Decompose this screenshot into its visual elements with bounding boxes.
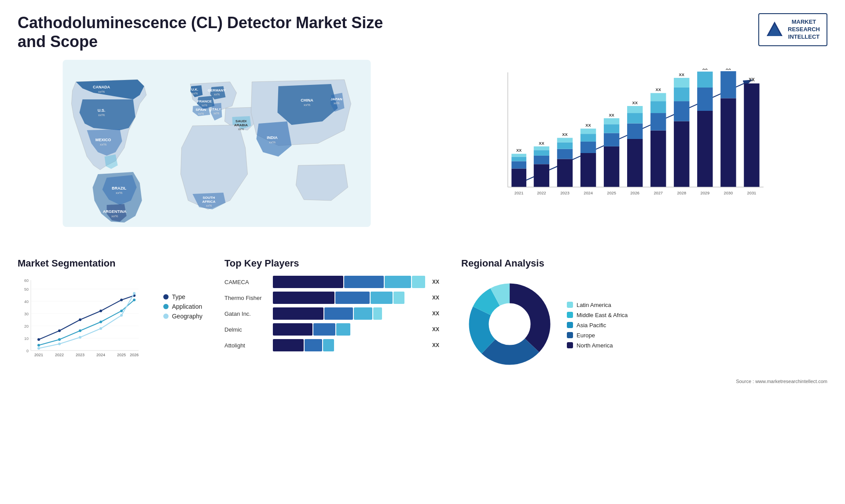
regional-legend-mea: Middle East & Africa <box>567 312 628 318</box>
svg-rect-86 <box>697 88 713 111</box>
top-section: CANADA xx% U.S. xx% MEXICO xx% BRAZIL xx… <box>18 60 827 245</box>
svg-text:0: 0 <box>26 349 29 353</box>
player-bar-mid <box>313 323 335 336</box>
svg-rect-51 <box>557 142 573 149</box>
source-text: Source : www.marketresearchintellect.com <box>461 379 827 384</box>
svg-point-120 <box>58 329 61 332</box>
svg-rect-58 <box>580 129 596 134</box>
world-map-svg: CANADA xx% U.S. xx% MEXICO xx% BRAZIL xx… <box>18 60 416 227</box>
svg-rect-40 <box>511 154 526 157</box>
player-xx-cameca: XX <box>432 279 439 285</box>
legend-dot-geography <box>163 314 169 319</box>
svg-rect-85 <box>697 111 713 187</box>
regional-container: Latin America Middle East & Africa Asia … <box>461 276 827 374</box>
svg-text:AFRICA: AFRICA <box>202 200 215 204</box>
player-bar-lightest <box>412 276 425 288</box>
svg-rect-70 <box>627 106 643 113</box>
svg-text:xx%: xx% <box>214 93 220 96</box>
svg-text:XX: XX <box>656 88 661 92</box>
donut-chart <box>461 276 558 374</box>
svg-rect-49 <box>557 159 573 187</box>
svg-point-122 <box>99 310 102 312</box>
svg-text:xx%: xx% <box>238 128 244 131</box>
svg-point-136 <box>133 292 136 295</box>
svg-text:xx%: xx% <box>202 104 207 107</box>
svg-point-133 <box>79 336 81 339</box>
svg-text:XX: XX <box>679 73 685 77</box>
svg-rect-94 <box>744 84 759 187</box>
legend-item-type: Type <box>163 293 202 300</box>
player-row-delmic: Delmic XX <box>224 323 439 336</box>
players-title: Top Key Players <box>224 258 439 269</box>
svg-text:BRAZIL: BRAZIL <box>112 186 126 190</box>
svg-rect-82 <box>674 78 689 88</box>
player-row-gatan: Gatan Inc. XX <box>224 307 439 320</box>
regional-dot-europe <box>567 332 573 338</box>
regional-legend-latin: Latin America <box>567 302 628 308</box>
svg-rect-76 <box>650 93 666 102</box>
regional-legend-europe: Europe <box>567 332 628 339</box>
svg-text:xx%: xx% <box>98 90 105 94</box>
svg-text:2025: 2025 <box>607 191 616 196</box>
svg-text:CANADA: CANADA <box>93 85 110 89</box>
player-row-thermo: Thermo Fisher XX <box>224 292 439 304</box>
svg-rect-87 <box>697 72 713 88</box>
svg-text:U.S.: U.S. <box>98 108 106 113</box>
bar-chart-container: XX 2021 XX 2022 XX 2023 <box>429 60 827 227</box>
svg-text:2024: 2024 <box>96 353 105 357</box>
svg-text:XX: XX <box>632 101 638 105</box>
svg-text:XX: XX <box>609 113 614 117</box>
svg-rect-64 <box>604 118 619 124</box>
legend-dot-type <box>163 294 169 299</box>
forecast-chart-svg: XX 2021 XX 2022 XX 2023 <box>438 69 819 209</box>
segmentation-title: Market Segmentation <box>18 258 202 269</box>
player-row-cameca: CAMECA XX <box>224 276 439 288</box>
player-bar-mid <box>305 339 322 351</box>
bottom-section: Market Segmentation 0 10 20 30 <box>18 258 827 384</box>
player-bar-dark <box>273 307 323 320</box>
legend-dot-application <box>163 304 169 309</box>
player-bars-gatan <box>273 307 425 320</box>
svg-point-121 <box>79 318 81 321</box>
page-header: Cathodoluminescence (CL) Detector Market… <box>18 13 827 51</box>
segmentation-legend: Type Application Geography <box>163 293 202 320</box>
svg-text:XX: XX <box>726 69 731 71</box>
player-bar-mid <box>324 307 353 320</box>
svg-rect-43 <box>534 164 549 187</box>
regional-dot-latin <box>567 302 573 308</box>
svg-rect-46 <box>534 146 549 150</box>
svg-text:2023: 2023 <box>560 191 569 196</box>
svg-text:2021: 2021 <box>514 191 524 196</box>
regional-section: Regional Analysis <box>448 258 827 384</box>
svg-rect-45 <box>534 150 549 156</box>
svg-rect-79 <box>674 121 689 187</box>
svg-text:xx%: xx% <box>269 140 276 144</box>
svg-text:2027: 2027 <box>654 191 663 196</box>
svg-rect-44 <box>534 156 549 164</box>
svg-text:U.K.: U.K. <box>191 88 198 91</box>
svg-text:xx%: xx% <box>213 112 219 115</box>
player-xx-attolight: XX <box>432 342 439 348</box>
svg-text:XX: XX <box>702 69 708 71</box>
player-bar-dark <box>273 339 304 351</box>
svg-text:XX: XX <box>585 124 591 128</box>
svg-rect-81 <box>674 88 689 101</box>
regional-dot-na <box>567 342 573 348</box>
map-container: CANADA xx% U.S. xx% MEXICO xx% BRAZIL xx… <box>18 60 416 227</box>
regional-legend: Latin America Middle East & Africa Asia … <box>567 302 628 349</box>
svg-text:20: 20 <box>24 324 29 329</box>
svg-text:2026: 2026 <box>630 191 639 196</box>
svg-text:2023: 2023 <box>76 353 84 357</box>
svg-text:60: 60 <box>24 278 29 283</box>
svg-text:XX: XX <box>562 133 568 137</box>
svg-text:JAPAN: JAPAN <box>331 97 342 101</box>
svg-text:CHINA: CHINA <box>301 98 313 102</box>
svg-text:FRANCE: FRANCE <box>197 99 212 103</box>
svg-text:ITALY: ITALY <box>212 107 221 111</box>
svg-point-134 <box>99 327 102 330</box>
player-xx-gatan: XX <box>432 310 439 317</box>
svg-text:xx%: xx% <box>116 191 122 195</box>
player-xx-thermo: XX <box>432 295 439 301</box>
svg-text:2022: 2022 <box>537 191 546 196</box>
regional-title: Regional Analysis <box>461 258 827 269</box>
